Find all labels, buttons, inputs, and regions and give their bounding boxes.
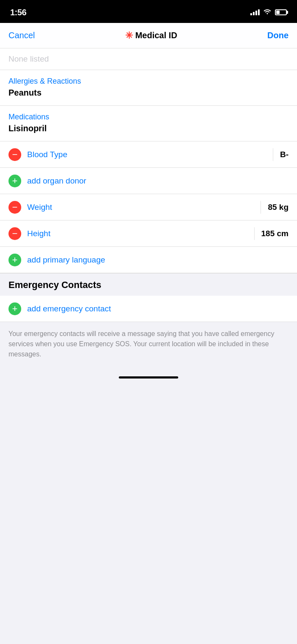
- organ-donor-label: add organ donor: [27, 176, 289, 186]
- primary-language-label: add primary language: [27, 255, 289, 265]
- height-label: Height: [27, 229, 254, 238]
- home-bar: [119, 376, 178, 378]
- footer-note-section: Your emergency contacts will receive a m…: [0, 322, 297, 372]
- medical-id-asterisk-icon: ✳: [125, 30, 133, 41]
- nav-title-text: Medical ID: [135, 31, 177, 40]
- blood-type-remove-icon[interactable]: [8, 148, 21, 161]
- medications-label: Medications: [8, 113, 289, 121]
- blood-type-row[interactable]: Blood Type B-: [0, 141, 297, 168]
- height-remove-icon[interactable]: [8, 227, 21, 240]
- status-icons: [250, 8, 287, 16]
- faded-none-listed: None listed: [8, 54, 49, 63]
- nav-bar: Cancel ✳ Medical ID Done: [0, 23, 297, 48]
- done-button[interactable]: Done: [267, 31, 289, 40]
- medications-section: Medications Lisinopril: [0, 106, 297, 141]
- organ-donor-add-icon[interactable]: [8, 175, 21, 187]
- allergies-label: Allergies & Reactions: [8, 77, 289, 86]
- weight-label: Weight: [27, 203, 261, 212]
- battery-icon: [275, 9, 287, 15]
- row-divider: [273, 148, 273, 161]
- organ-donor-row[interactable]: add organ donor: [0, 168, 297, 194]
- faded-section: None listed: [0, 48, 297, 70]
- primary-language-row[interactable]: add primary language: [0, 247, 297, 273]
- add-emergency-contact-row[interactable]: add emergency contact: [0, 296, 297, 322]
- height-value[interactable]: 185 cm: [261, 229, 289, 238]
- status-bar: 1:56: [0, 0, 297, 23]
- footer-note-text: Your emergency contacts will receive a m…: [8, 330, 274, 358]
- blood-type-label: Blood Type: [27, 150, 273, 159]
- allergies-section: Allergies & Reactions Peanuts: [0, 70, 297, 106]
- blood-type-value[interactable]: B-: [280, 150, 289, 159]
- weight-remove-icon[interactable]: [8, 201, 21, 214]
- allergies-value[interactable]: Peanuts: [8, 88, 289, 98]
- emergency-contact-label[interactable]: add emergency contact: [27, 304, 289, 314]
- emergency-contact-add-icon[interactable]: [8, 302, 21, 315]
- signal-icon: [250, 9, 260, 15]
- weight-row[interactable]: Weight 85 kg: [0, 194, 297, 220]
- emergency-contacts-header: Emergency Contacts: [0, 273, 297, 296]
- row-divider-height: [254, 227, 255, 240]
- wifi-icon: [263, 8, 272, 16]
- row-divider-weight: [261, 201, 261, 214]
- nav-title: ✳ Medical ID: [125, 30, 177, 41]
- medications-value[interactable]: Lisinopril: [8, 124, 289, 133]
- home-indicator: [0, 372, 297, 385]
- content-area: None listed Allergies & Reactions Peanut…: [0, 48, 297, 273]
- cancel-button[interactable]: Cancel: [8, 31, 35, 40]
- emergency-contacts-title: Emergency Contacts: [8, 280, 101, 290]
- primary-language-add-icon[interactable]: [8, 254, 21, 266]
- status-time: 1:56: [10, 8, 26, 17]
- weight-value[interactable]: 85 kg: [268, 203, 289, 212]
- height-row[interactable]: Height 185 cm: [0, 220, 297, 247]
